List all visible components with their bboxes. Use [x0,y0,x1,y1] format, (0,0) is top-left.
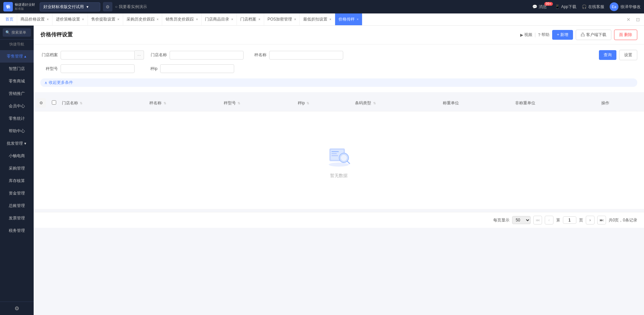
store-name-input[interactable] [170,51,244,60]
sort-icon[interactable]: ⇅ [307,101,309,105]
sidebar-item-smart-store[interactable]: 智慧门店 [0,63,34,75]
sidebar-settings-icon[interactable]: ⚙ [14,305,19,312]
empty-state-row: 暂无数据 [34,111,644,209]
table-head: ⚙ 门店名称 ⇅ 秤名称 ⇅ [34,95,644,111]
tab-min-discount[interactable]: 最低折扣设置 × [300,13,335,26]
sidebar-item-fund[interactable]: 资金管理 [0,187,34,200]
sidebar-item-tax[interactable]: 税务管理 [0,224,34,237]
sidebar-item-label: 零售商城 [9,79,25,83]
app-label: App下载 [561,4,576,10]
page-size-select[interactable]: 10 20 50 100 [512,216,531,224]
search-menu-button[interactable]: 🔍 搜索菜单 [3,28,31,37]
first-page-button[interactable]: ⏮ [533,216,542,224]
store-file-dots-button[interactable]: ··· [135,50,144,60]
help-icon: ? [538,33,540,37]
sidebar-item-invoice[interactable]: 发票管理 [0,212,34,224]
tab-purchase-history[interactable]: 采购历史价跟踪 × [123,13,163,26]
help-link[interactable]: ? 帮助 [538,32,549,38]
close-icon[interactable]: × [258,18,260,21]
table-settings-button[interactable]: ⚙ [36,98,46,108]
close-icon[interactable]: × [231,18,233,21]
setting-label: 设置 [624,52,632,58]
product-settings-button[interactable]: ⚙ [103,2,112,11]
tab-store-catalog[interactable]: 门店商品目录 × [202,13,237,26]
message-button[interactable]: 💬 消息 99+ [530,4,549,10]
close-icon[interactable]: × [329,18,331,21]
close-icon[interactable]: × [196,18,198,21]
sidebar-item-label: 库存核算 [9,178,25,183]
tab-sale-history[interactable]: 销售历史价跟踪 × [162,13,202,26]
tab-purchase-strategy[interactable]: 进价策略设置 × [52,13,88,26]
divider [535,33,535,37]
collapse-button[interactable]: ∧ 收起更多条件 [40,78,637,87]
sidebar-item-wholesale[interactable]: 批发管理 ▼ [0,137,34,150]
sidebar-item-label: 总账管理 [9,203,25,208]
tab-price-scale[interactable]: 价格传秤 × [335,13,362,26]
scale-name-input[interactable] [269,51,343,60]
select-all-checkbox[interactable] [52,100,56,105]
product-selector[interactable]: 好业财标准版交付试用 ▼ [40,2,100,11]
col-weight-unit: 称重单位 [440,95,513,111]
add-button[interactable]: + 新增 [552,30,573,40]
sidebar-item-ledger[interactable]: 总账管理 [0,200,34,212]
tab-pos[interactable]: POS加密管理 × [264,13,300,26]
video-link[interactable]: ▶ 视频 [520,32,532,38]
sidebar-item-purchase[interactable]: 采购管理 [0,162,34,175]
query-button[interactable]: 查询 [599,50,616,60]
tab-store-file[interactable]: 门店档案 × [237,13,264,26]
last-page-button[interactable]: ⏭ [597,216,606,224]
close-icon[interactable]: × [157,18,159,21]
delete-button[interactable]: 面 删除 [614,30,637,40]
app-download-button[interactable]: 📱 App下载 [555,4,576,10]
tab-price-setting[interactable]: 商品价格设置 × [17,13,52,26]
sort-icon[interactable]: ⇅ [373,101,376,105]
header-actions: ▶ 视频 ? 帮助 + 新增 凸 客户端下载 面 删除 [520,30,637,40]
store-file-input-group: ··· [61,50,144,60]
close-icon[interactable]: × [82,18,84,21]
scale-ip-input[interactable] [160,64,234,73]
sidebar-search-area: 🔍 搜索菜单 [0,26,34,40]
sidebar-item-inventory[interactable]: 库存核算 [0,175,34,187]
page-number-input[interactable] [563,216,576,224]
online-service-button[interactable]: 🎧 在线客服 [582,4,604,10]
sort-icon[interactable]: ⇅ [238,101,240,105]
sort-icon[interactable]: ⇅ [80,101,82,105]
restore-window-button[interactable]: ⊡ [634,15,642,24]
tab-label: 售价提取设置 [91,16,115,22]
prev-page-button[interactable]: ‹ [545,216,553,224]
scale-name-field: 秤名称 [249,51,343,60]
close-icon[interactable]: × [117,18,119,21]
tab-sale-extract[interactable]: 售价提取设置 × [88,13,123,26]
sidebar-item-member[interactable]: 会员中心 [0,100,34,112]
col-scale-ip: 秤ip ⇅ [295,95,353,111]
demo-button[interactable]: ○ 我要看实例演示 [115,4,147,10]
scale-ip-field: 秤ip [140,64,234,73]
store-file-label: 门店档案 [40,52,58,58]
download-button[interactable]: 凸 客户端下载 [576,30,611,40]
page-size-label: 每页显示 [493,217,509,223]
service-icon: 🎧 [582,4,587,9]
sidebar-item-marketing[interactable]: 营销推广 [0,88,34,100]
setting-button[interactable]: 设置 [619,50,637,60]
add-label: + 新增 [557,32,568,38]
sidebar-item-retail-stats[interactable]: 零售统计 [0,112,34,125]
close-icon[interactable]: × [294,18,296,21]
scale-model-input[interactable] [61,64,135,73]
store-file-input[interactable] [61,51,135,60]
sidebar-item-retail[interactable]: 零售管理 ▲ [0,50,34,63]
sidebar-item-xiaochang[interactable]: 小畅电商 [0,150,34,162]
sidebar-item-label: 批发管理 [7,141,23,146]
next-page-button[interactable]: › [586,216,595,224]
close-window-button[interactable]: ✕ [624,15,633,24]
sort-icon[interactable]: ⇅ [164,101,166,105]
sidebar-item-help[interactable]: 帮助中心 [0,125,34,137]
close-icon[interactable]: × [47,18,49,21]
empty-illustration [325,142,352,169]
tab-home[interactable]: 首页 [2,13,17,26]
user-area[interactable]: Ea 徐泽华修改 [610,2,641,11]
sidebar-item-online-mall[interactable]: 零售商城 [0,75,34,88]
close-icon[interactable]: × [357,18,359,21]
form-row-1: 门店档案 ··· 门店名称 秤名称 查询 [40,50,637,60]
logo-area: 畅 畅捷通好业财标准版 [3,2,37,11]
col-store-name: 门店名称 ⇅ [59,95,147,111]
